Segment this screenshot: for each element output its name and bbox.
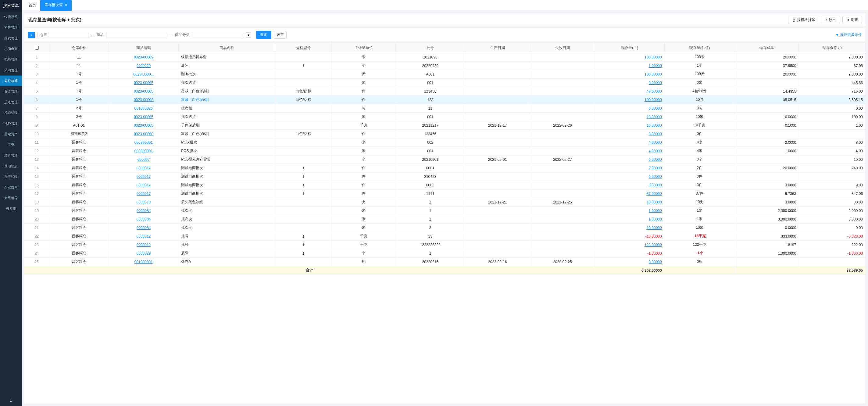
cell-qty-stock-19: 1米	[664, 206, 735, 215]
cell-qty-main-12[interactable]: 4.00000	[595, 147, 664, 155]
cell-code-15[interactable]: 0000017	[108, 172, 179, 181]
cell-qty-main-14[interactable]: 2.00000	[595, 164, 664, 172]
sidebar-item-sys[interactable]: 系统管理	[0, 171, 22, 182]
print-button[interactable]: 🖨 按模板打印	[788, 16, 819, 24]
cell-produce-10	[465, 130, 530, 138]
table-row: 17 晋客粮仓 0000017 测试电商批次 1 件 1111 87.00000…	[24, 190, 866, 198]
cell-qty-main-20[interactable]: 1.00000	[595, 215, 664, 224]
cell-qty-main-1[interactable]: 100.00000	[595, 53, 664, 62]
cell-warehouse-3: 1号	[49, 70, 108, 78]
cell-code-25[interactable]: 001000031	[108, 258, 179, 266]
tab-close-icon[interactable]: ✕	[65, 3, 67, 7]
cell-qty-main-22[interactable]: -16.00000	[595, 232, 664, 241]
cell-qty-main-18[interactable]: 10.00000	[595, 198, 664, 206]
select-all-checkbox[interactable]	[35, 46, 39, 49]
cell-expire-2	[530, 62, 595, 70]
sidebar-item-mini-ec[interactable]: 小脑电商	[0, 43, 22, 54]
search-arrow-icon[interactable]: ›	[28, 32, 35, 38]
warehouse-input[interactable]	[37, 32, 88, 38]
cell-qty-main-21[interactable]: 10.00000	[595, 224, 664, 232]
cell-qty-main-8[interactable]: 10.00000	[595, 113, 664, 121]
sidebar-logo[interactable]: 搜索菜单	[0, 0, 22, 11]
cell-code-23[interactable]: 0000012	[108, 241, 179, 249]
cell-code-9[interactable]: 0023-00005	[108, 121, 179, 130]
sidebar-item-wholesale[interactable]: 批发管理	[0, 33, 22, 43]
category-input[interactable]	[192, 32, 243, 38]
sidebar-item-finance[interactable]: 资金管理	[0, 86, 22, 97]
sidebar-item-invoice[interactable]: 发票管理	[0, 107, 22, 118]
cell-produce-6	[465, 96, 530, 104]
cell-code-18[interactable]: 0000078	[108, 198, 179, 206]
cell-code-12[interactable]: 000900001	[108, 147, 179, 155]
sidebar-settings-icon[interactable]: ⚙	[0, 396, 22, 406]
cell-qty-main-23[interactable]: 122.00000	[595, 241, 664, 249]
cell-qty-main-3[interactable]: 100.00000	[595, 70, 664, 78]
cell-qty-main-4[interactable]: 0.00000	[595, 78, 664, 87]
cell-code-24[interactable]: 0000029	[108, 249, 179, 258]
cell-qty-main-10[interactable]: 0.00000	[595, 130, 664, 138]
cell-code-6[interactable]: 0023-00008	[108, 96, 179, 104]
cell-qty-main-2[interactable]: 1.00000	[595, 62, 664, 70]
cell-code-5[interactable]: 0023-00005	[108, 87, 179, 96]
cell-code-20[interactable]: 0000084	[108, 215, 179, 224]
cell-code-16[interactable]: 0000017	[108, 181, 179, 190]
cell-qty-main-13[interactable]: 0.00000	[595, 155, 664, 164]
cell-code-14[interactable]: 0000017	[108, 164, 179, 172]
cell-expire-1	[530, 53, 595, 62]
sidebar-item-payroll[interactable]: 工资	[0, 139, 22, 150]
sidebar-item-quick-nav[interactable]: 快捷导航	[0, 11, 22, 22]
export-button[interactable]: ↑ 导出	[822, 16, 840, 24]
settings-button[interactable]: 设置	[274, 31, 287, 39]
cell-code-11[interactable]: 000900001	[108, 138, 179, 147]
cell-qty-main-19[interactable]: 1.00000	[595, 206, 664, 215]
cell-warehouse-8: 2号	[49, 113, 108, 121]
sidebar-item-guide[interactable]: 新手引导	[0, 193, 22, 203]
tab-inventory-batch[interactable]: 库存批次查 ✕	[40, 0, 72, 11]
sidebar-item-collab[interactable]: 企业协同	[0, 182, 22, 193]
sidebar-item-purchase[interactable]: 采购管理	[0, 65, 22, 75]
tab-home[interactable]: 首页	[24, 0, 40, 11]
cell-qty-main-16[interactable]: 3.00000	[595, 181, 664, 190]
cell-expire-11	[530, 138, 595, 147]
sidebar-item-tax[interactable]: 税务管理	[0, 118, 22, 129]
sidebar-item-ledger[interactable]: 总账管理	[0, 97, 22, 107]
search-button[interactable]: 查询	[256, 31, 271, 39]
cell-unit-20: 米	[332, 215, 396, 224]
sidebar-item-ops[interactable]: 经营管理	[0, 150, 22, 161]
cell-qty-main-11[interactable]: 4.00000	[595, 138, 664, 147]
cell-code-19[interactable]: 0000084	[108, 206, 179, 215]
cell-code-4[interactable]: 0023-00005	[108, 78, 179, 87]
category-dropdown-icon[interactable]: ▼	[246, 32, 251, 38]
cell-qty-main-25[interactable]: 0.00000	[595, 258, 664, 266]
cell-code-13[interactable]: 000097	[108, 155, 179, 164]
cell-qty-main-5[interactable]: 49.60000	[595, 87, 664, 96]
cell-qty-main-24[interactable]: -1.00000	[595, 249, 664, 258]
cell-code-21[interactable]: 0000084	[108, 224, 179, 232]
cell-qty-main-9[interactable]: 10.00000	[595, 121, 664, 130]
cell-code-10[interactable]: 0023-00008	[108, 130, 179, 138]
cell-expire-16	[530, 181, 595, 190]
cell-qty-main-17[interactable]: 87.00000	[595, 190, 664, 198]
cell-qty-main-7[interactable]: 0.00000	[595, 104, 664, 113]
cell-qty-main-6[interactable]: 100.00000	[595, 96, 664, 104]
sidebar-item-ec[interactable]: 电商管理	[0, 54, 22, 65]
cell-total-cost-12: 4.00	[799, 147, 866, 155]
cell-qty-main-15[interactable]: 0.00000	[595, 172, 664, 181]
cell-code-17[interactable]: 0000017	[108, 190, 179, 198]
sidebar-item-retail[interactable]: 零售管理	[0, 22, 22, 33]
product-input[interactable]	[106, 32, 167, 38]
sidebar-item-basics[interactable]: 基础信息	[0, 161, 22, 171]
cell-code-7[interactable]: 001000026	[108, 104, 179, 113]
cell-code-22[interactable]: 0000012	[108, 232, 179, 241]
cell-code-1[interactable]: 0023-00009	[108, 53, 179, 62]
cell-qty-stock-5: 4包9.6件	[664, 87, 735, 96]
sidebar-item-inventory[interactable]: 库存核算	[0, 75, 22, 86]
cell-code-3[interactable]: 0023-0000...	[108, 70, 179, 78]
cell-warehouse-14: 晋客粮仓	[49, 164, 108, 172]
sidebar-item-cloud[interactable]: 云应用	[0, 203, 22, 214]
cell-code-2[interactable]: 0000029	[108, 62, 179, 70]
refresh-button[interactable]: ↺ 刷新	[842, 16, 862, 24]
expand-filter-button[interactable]: ▼ 展开更多条件	[835, 32, 862, 37]
cell-code-8[interactable]: 0023-00005	[108, 113, 179, 121]
sidebar-item-assets[interactable]: 固定资产	[0, 129, 22, 139]
